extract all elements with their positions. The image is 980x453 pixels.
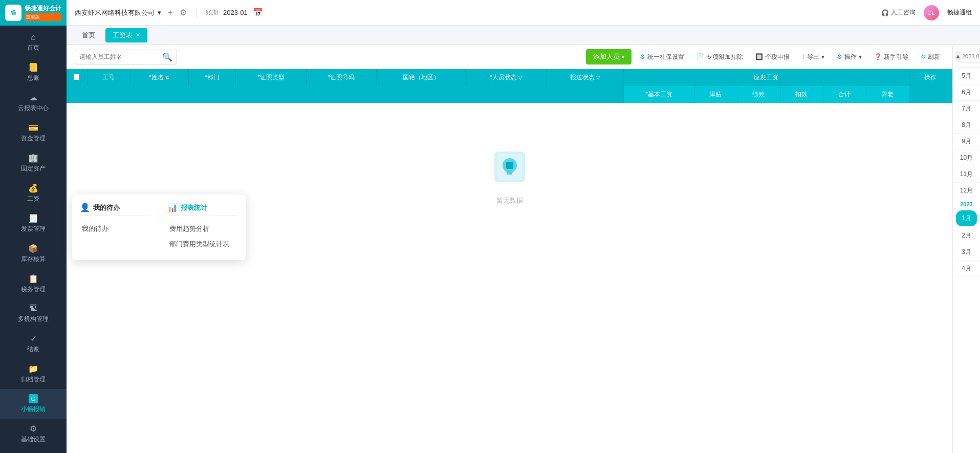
sidebar-item-ledger[interactable]: 📒 总账	[0, 57, 67, 88]
th-deduction: 扣款	[780, 86, 823, 103]
month-item-11[interactable]: 11月	[953, 166, 980, 183]
popup-expense-trend[interactable]: 费用趋势分析	[167, 221, 238, 236]
th-action: 操作	[909, 69, 952, 86]
th-check[interactable]	[67, 69, 87, 86]
popup-my-todo[interactable]: 我的待办	[80, 221, 150, 236]
sidebar-item-basic[interactable]: ⚙ 基础设置	[0, 419, 67, 449]
th-id-number: *证照号码	[306, 69, 377, 86]
tax-report-label: 个税申报	[765, 53, 790, 61]
guide-btn[interactable]: ❓ 新手引导	[870, 51, 912, 63]
report-popup-icon: 📊	[167, 203, 178, 212]
popup-menu: 👤 我的待办 我的待办 📊 报表统计 费用趋势分析 部门费用类型统计表	[72, 195, 246, 260]
th-spacer	[67, 86, 624, 103]
popup-todo-title: 👤 我的待办	[80, 203, 150, 216]
month-item-7[interactable]: 7月	[953, 101, 980, 117]
operate-btn[interactable]: ⚙ 操作 ▾	[833, 51, 866, 63]
sidebar-item-salary[interactable]: 💰 工资	[0, 178, 67, 208]
topbar-settings-icon[interactable]: ⚙	[180, 8, 187, 17]
month-item-10[interactable]: 10月	[953, 150, 980, 166]
month-item-3[interactable]: 3月	[953, 244, 980, 261]
operate-icon: ⚙	[837, 53, 842, 60]
headset-icon: 🎧	[881, 9, 889, 16]
add-person-label: 添加人员	[593, 52, 620, 61]
period-label: 账期	[206, 8, 218, 17]
month-item-4[interactable]: 4月	[953, 261, 980, 277]
table-wrapper: 工号 *姓名 ⇅ *部门 *证照类型 *证照号码 国籍（地区） *人员状态 ▽ …	[67, 69, 952, 453]
tab-salary[interactable]: 工资表 ✕	[105, 28, 147, 42]
social-security-btn[interactable]: ⚙ 统一社保设置	[636, 51, 688, 63]
sidebar-label-report: 小畅报销	[21, 405, 46, 414]
th-id-type: *证照类型	[236, 69, 307, 86]
table-subheader-row: *基本工资 津贴 绩效 扣款 合计 养老	[67, 86, 952, 103]
month-item-1-active[interactable]: 1月	[956, 210, 977, 227]
tax-report-icon: 🔲	[755, 53, 763, 60]
sidebar-item-multi[interactable]: 🏗 多机构管理	[0, 299, 67, 329]
sidebar-item-report[interactable]: G 小畅报销	[0, 389, 67, 419]
sidebar-item-settlement[interactable]: ✓ 结账	[0, 329, 67, 359]
search-input[interactable]	[79, 53, 159, 60]
popup-report-title: 📊 报表统计	[167, 203, 238, 216]
user-avatar: CE	[924, 5, 939, 20]
company-selector[interactable]: 西安虾米网络科技有限公司 ▾	[75, 8, 161, 17]
home-icon: ⌂	[31, 33, 36, 42]
th-dept: *部门	[188, 69, 236, 86]
month-item-9[interactable]: 9月	[953, 134, 980, 150]
month-prev-btn[interactable]: ▲	[955, 50, 961, 62]
sidebar-item-cloud[interactable]: ☁ 云报表中心	[0, 88, 67, 118]
sidebar-label-tax: 税务管理	[21, 285, 46, 294]
tax-report-btn[interactable]: 🔲 个税申报	[751, 51, 794, 63]
tab-salary-close[interactable]: ✕	[136, 32, 140, 38]
year-label-2023: 2023	[953, 199, 980, 209]
consulting-btn[interactable]: 🎧 人工咨询	[881, 8, 916, 17]
sidebar-item-fixed[interactable]: 🏢 固定资产	[0, 148, 67, 178]
topbar-right: 🎧 人工咨询 CE 畅捷通组	[881, 5, 972, 20]
export-btn[interactable]: ↑ 导出 ▾	[798, 51, 829, 63]
month-item-2[interactable]: 2月	[953, 228, 980, 244]
sidebar: 畅 畅捷通好会计 旗舰版 ⌂ 首页 📒 总账 ☁ 云报表中心 💳 资金管理 🏢 …	[0, 0, 67, 453]
search-box[interactable]: 🔍	[75, 50, 177, 64]
month-item-5[interactable]: 5月	[953, 68, 980, 84]
export-icon: ↑	[802, 53, 805, 60]
sidebar-label-multi: 多机构管理	[18, 315, 49, 323]
popup-divider	[159, 203, 159, 252]
export-arrow-icon: ▾	[821, 53, 824, 60]
tax-icon: 📋	[28, 274, 38, 284]
tab-home[interactable]: 首页	[75, 28, 102, 42]
month-list: 5月 6月 7月 8月 9月 10月 11月 12月 2023 1月 2月 3月…	[953, 68, 980, 453]
sidebar-item-archive[interactable]: 📁 归档管理	[0, 359, 67, 389]
multi-icon: 🏗	[29, 304, 37, 313]
social-security-label: 统一社保设置	[647, 53, 684, 61]
month-item-12[interactable]: 12月	[953, 183, 980, 199]
select-all-checkbox[interactable]	[73, 74, 80, 80]
sidebar-item-invoice[interactable]: 🧾 发票管理	[0, 208, 67, 239]
sidebar-label-basic: 基础设置	[21, 435, 46, 444]
sidebar-item-inventory[interactable]: 📦 库存核算	[0, 239, 67, 269]
user-name: 畅捷通组	[947, 8, 972, 17]
add-person-button[interactable]: 添加人员 ▾	[586, 49, 631, 64]
sidebar-nav: ⌂ 首页 📒 总账 ☁ 云报表中心 💳 资金管理 🏢 固定资产 💰 工资 🧾 发…	[0, 26, 67, 453]
month-item-8[interactable]: 8月	[953, 117, 980, 134]
month-item-6[interactable]: 6月	[953, 84, 980, 101]
sidebar-label-ledger: 总账	[27, 74, 39, 82]
sidebar-label-settlement: 结账	[27, 345, 39, 354]
logo-title: 畅捷通好会计	[25, 5, 61, 13]
sidebar-label-fixed: 固定资产	[21, 164, 46, 173]
sidebar-item-home[interactable]: ⌂ 首页	[0, 28, 67, 57]
topbar-divider	[196, 8, 197, 18]
popup-dept-expense[interactable]: 部门费用类型统计表	[167, 236, 238, 252]
th-name: *姓名 ⇅	[130, 69, 188, 86]
sidebar-item-tax[interactable]: 📋 税务管理	[0, 269, 67, 299]
special-deduct-btn[interactable]: 📄 专项附加扣除	[692, 51, 747, 63]
topbar-add-icon[interactable]: ＋	[166, 7, 175, 18]
sidebar-item-fund[interactable]: 💳 资金管理	[0, 118, 67, 148]
operate-label: 操作	[844, 53, 857, 61]
period-value[interactable]: 2023-01	[223, 9, 248, 16]
popup-todo-label: 我的待办	[93, 203, 120, 212]
refresh-btn[interactable]: ↻ 刷新	[917, 51, 944, 63]
sidebar-item-guide[interactable]: ▷ 新手引导	[0, 449, 67, 453]
svg-rect-3	[506, 162, 513, 169]
calendar-icon[interactable]: 📅	[253, 8, 263, 17]
basic-icon: ⚙	[30, 424, 37, 434]
th-base-salary: *基本工资	[624, 86, 694, 103]
toolbar: 🔍 添加人员 ▾ ⚙ 统一社保设置 📄 专项附加扣除	[67, 45, 952, 69]
